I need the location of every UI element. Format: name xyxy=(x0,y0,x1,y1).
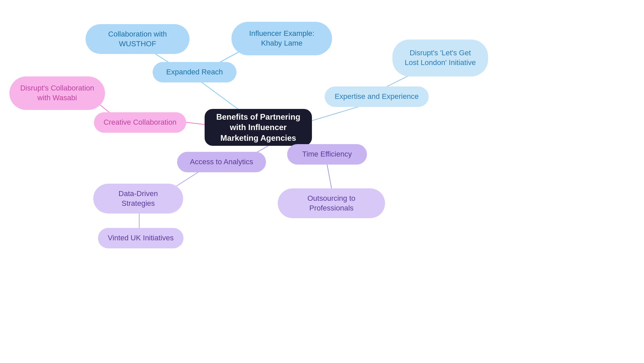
expertise-node: Expertise and Experience xyxy=(325,86,429,107)
disrupt-wasabi-label: Disrupt's Collaboration with Wasabi xyxy=(19,83,96,103)
khaby-label: Influencer Example: Khaby Lame xyxy=(241,29,323,48)
center-node: Benefits of Partnering with Influencer M… xyxy=(205,109,312,146)
creative-collab-node: Creative Collaboration xyxy=(94,112,186,133)
vinted-uk-node: Vinted UK Initiatives xyxy=(98,228,183,248)
time-efficiency-node: Time Efficiency xyxy=(287,144,367,165)
expertise-label: Expertise and Experience xyxy=(335,92,419,102)
time-efficiency-label: Time Efficiency xyxy=(302,149,352,159)
center-label: Benefits of Partnering with Influencer M… xyxy=(214,112,303,143)
disrupt-london-node: Disrupt's 'Let's Get Lost London' Initia… xyxy=(392,40,488,76)
access-analytics-node: Access to Analytics xyxy=(177,152,266,172)
wusthof-label: Collaboration with WUSTHOF xyxy=(95,29,180,49)
data-driven-node: Data-Driven Strategies xyxy=(93,184,183,214)
outsourcing-label: Outsourcing to Professionals xyxy=(287,194,376,213)
creative-collab-label: Creative Collaboration xyxy=(104,118,177,127)
wusthof-node: Collaboration with WUSTHOF xyxy=(86,24,190,54)
data-driven-label: Data-Driven Strategies xyxy=(103,189,174,208)
expanded-reach-node: Expanded Reach xyxy=(153,62,236,82)
svg-line-11 xyxy=(327,164,332,191)
svg-line-5 xyxy=(312,106,362,121)
expanded-reach-label: Expanded Reach xyxy=(166,67,223,77)
disrupt-wasabi-node: Disrupt's Collaboration with Wasabi xyxy=(9,76,105,110)
khaby-node: Influencer Example: Khaby Lame xyxy=(231,22,332,55)
vinted-uk-label: Vinted UK Initiatives xyxy=(108,233,173,243)
outsourcing-node: Outsourcing to Professionals xyxy=(278,188,385,218)
disrupt-london-label: Disrupt's 'Let's Get Lost London' Initia… xyxy=(402,48,479,67)
access-analytics-label: Access to Analytics xyxy=(190,157,253,167)
